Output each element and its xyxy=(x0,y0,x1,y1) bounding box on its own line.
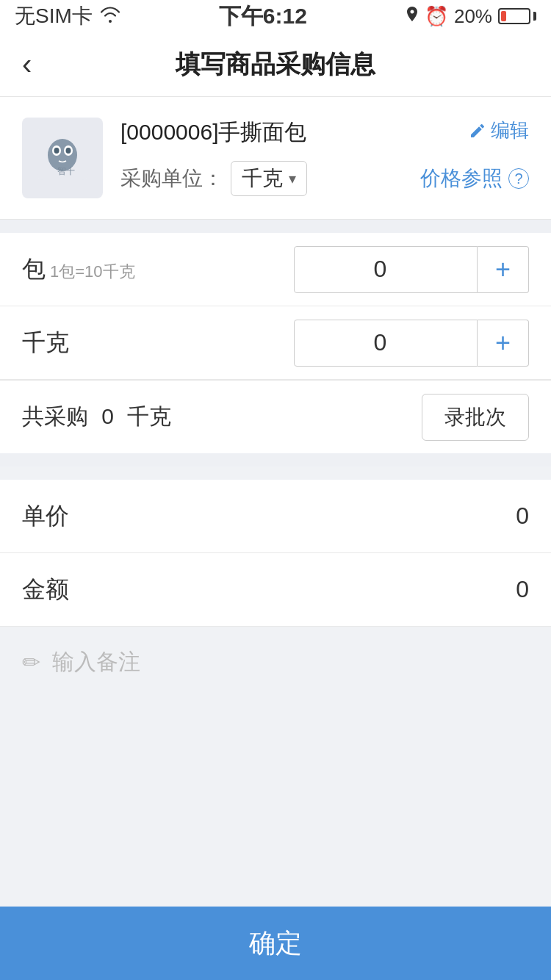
summary-row: 共采购 0 千克 录批次 xyxy=(0,380,551,453)
svg-text:智十: 智十 xyxy=(57,166,75,176)
bag-input-control: + xyxy=(294,246,529,293)
carrier-label: 无SIM卡 xyxy=(15,2,93,30)
kg-input-row: 千克 + xyxy=(0,306,551,380)
nav-bar: ‹ 填写商品采购信息 xyxy=(0,32,551,97)
svg-point-5 xyxy=(66,148,71,154)
remark-section: ✏ 输入备注 xyxy=(0,627,551,847)
bag-plus-button[interactable]: + xyxy=(478,246,529,293)
alarm-icon: ⏰ xyxy=(425,5,448,28)
bag-input[interactable] xyxy=(294,246,478,293)
edit-label: 编辑 xyxy=(491,118,529,143)
bag-input-row: 包 1包=10千克 + xyxy=(0,233,551,306)
kg-label: 千克 xyxy=(22,327,69,359)
confirm-button[interactable]: 确定 xyxy=(0,907,551,980)
back-button[interactable]: ‹ xyxy=(22,48,32,81)
status-right: ⏰ 20% xyxy=(406,5,536,28)
remark-input-row[interactable]: ✏ 输入备注 xyxy=(22,647,529,677)
amount-row: 金额 0 xyxy=(0,553,551,627)
unit-price-value: 0 xyxy=(516,502,529,530)
summary-label: 共采购 xyxy=(22,404,88,428)
price-ref-help-icon: ? xyxy=(508,168,529,189)
product-full-name: [0000006]手撕面包 xyxy=(120,118,306,148)
product-name-row: [0000006]手撕面包 编辑 xyxy=(120,118,529,148)
section-divider-1 xyxy=(0,220,551,233)
summary-unit: 千克 xyxy=(127,404,171,428)
pricing-section: 单价 0 金额 0 xyxy=(0,480,551,627)
status-bar: 无SIM卡 下午6:12 ⏰ 20% xyxy=(0,0,551,32)
bag-label: 包 xyxy=(22,253,46,286)
product-info: [0000006]手撕面包 编辑 采购单位： 千克 ▾ 价格参照 ? xyxy=(120,118,529,196)
battery-pct: 20% xyxy=(454,5,492,28)
status-left: 无SIM卡 xyxy=(15,2,120,30)
summary-text: 共采购 0 千克 xyxy=(22,402,171,432)
edit-button[interactable]: 编辑 xyxy=(469,118,529,143)
quantity-input-section: 包 1包=10千克 + 千克 + 共采购 0 千克 录批次 xyxy=(0,233,551,453)
svg-point-4 xyxy=(54,148,60,154)
product-card: 智十 [0000006]手撕面包 编辑 采购单位： 千克 ▾ xyxy=(0,97,551,220)
batch-button[interactable]: 录批次 xyxy=(422,394,529,441)
purchase-unit-row: 采购单位： 千克 ▾ 价格参照 ? xyxy=(120,161,529,196)
battery-icon xyxy=(498,8,536,24)
status-time: 下午6:12 xyxy=(219,1,307,32)
page-title: 填写商品采购信息 xyxy=(176,48,375,82)
kg-plus-button[interactable]: + xyxy=(478,320,529,367)
amount-label: 金额 xyxy=(22,574,69,606)
bag-hint: 1包=10千克 xyxy=(50,261,135,283)
kg-input-control: + xyxy=(294,320,529,367)
product-thumb-icon: 智十 xyxy=(37,129,88,188)
kg-input[interactable] xyxy=(294,320,478,367)
product-thumbnail: 智十 xyxy=(22,118,103,198)
price-ref-label: 价格参照 xyxy=(420,165,503,192)
amount-value: 0 xyxy=(516,576,529,603)
location-icon xyxy=(406,5,419,28)
unit-price-label: 单价 xyxy=(22,500,69,533)
summary-quantity: 0 xyxy=(101,404,114,428)
unit-select[interactable]: 千克 ▾ xyxy=(231,161,307,196)
dropdown-icon: ▾ xyxy=(289,170,296,187)
pencil-icon: ✏ xyxy=(22,649,40,675)
main-content: 智十 [0000006]手撕面包 编辑 采购单位： 千克 ▾ xyxy=(0,97,551,920)
unit-value: 千克 xyxy=(242,165,283,192)
wifi-icon xyxy=(100,4,120,28)
purchase-unit-label: 采购单位： xyxy=(120,165,223,192)
section-divider-2 xyxy=(0,453,551,466)
remark-placeholder[interactable]: 输入备注 xyxy=(52,647,140,677)
unit-price-row: 单价 0 xyxy=(0,480,551,553)
price-ref-button[interactable]: 价格参照 ? xyxy=(420,165,529,192)
